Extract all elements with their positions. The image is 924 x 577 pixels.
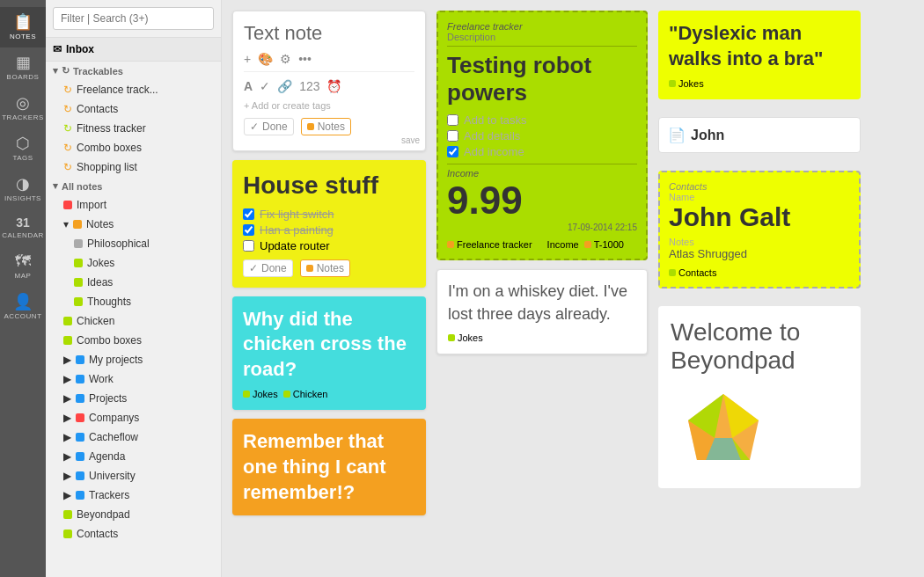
sidebar-item-projects[interactable]: ▶ Projects (46, 389, 221, 408)
task2-checkbox[interactable] (447, 130, 458, 142)
sidebar-item-cacheflow[interactable]: ▶ Cacheflow (46, 427, 221, 447)
collapse-notes-icon: ▾ (63, 218, 69, 230)
projects-label: Projects (89, 392, 127, 405)
dyslexic-tags: Jokes (669, 78, 850, 89)
income-tag-dot (538, 241, 545, 248)
name-field-label: Name (669, 192, 850, 202)
trackable-icon: ↻ (63, 122, 72, 135)
nav-boards[interactable]: ▦ BOARDS (0, 47, 46, 88)
notes-button[interactable]: Notes (301, 118, 351, 135)
notes-column-2: Freelance tracker Description Testing ro… (436, 11, 648, 566)
sidebar-item-jokes[interactable]: Jokes (46, 253, 221, 273)
settings-btn[interactable]: ⚙ (280, 52, 291, 66)
chicken-tags: Jokes Chicken (243, 389, 415, 399)
task-3: Add income (447, 145, 637, 158)
task3-checkbox[interactable] (447, 146, 458, 157)
checklist-text-3: Update router (260, 239, 330, 252)
sidebar-item-thoughts[interactable]: Thoughts (46, 292, 221, 311)
t1000-tag-label: T-1000 (594, 239, 624, 250)
welcome-title: Welcome to Beyondpad (671, 318, 848, 375)
nav-map[interactable]: 🗺 MAP (0, 246, 46, 287)
done-check-icon: ✓ (250, 121, 259, 133)
nav-tags-label: TAGS (12, 154, 33, 162)
companys-arrow: ▶ (63, 412, 71, 424)
nav-notes[interactable]: 📋 NOTES (0, 7, 46, 47)
format-bar: A ✓ 🔗 123 ⏰ (244, 79, 414, 93)
agenda-arrow: ▶ (63, 450, 71, 463)
done-button[interactable]: ✓ Done (244, 118, 294, 135)
checkbox-1[interactable] (243, 208, 254, 220)
sidebar-item-contacts[interactable]: ↻ Contacts (46, 99, 221, 119)
account-icon: 👤 (13, 294, 33, 310)
calendar-icon: 31 (16, 216, 30, 229)
whiskey-card: I'm on a whiskey diet. I've lost three d… (436, 269, 648, 354)
save-button[interactable]: save (401, 135, 420, 145)
t1000-tag-dot (584, 241, 591, 248)
sidebar-item-import[interactable]: Import (46, 195, 221, 215)
sidebar-item-agenda[interactable]: ▶ Agenda (46, 447, 221, 466)
nav-tags[interactable]: ⬡ TAGS (0, 128, 46, 169)
sidebar-item-trackers[interactable]: ▶ Trackers (46, 486, 221, 505)
john-name-card: 📄 John (658, 117, 861, 153)
contact-tag-area: Contacts (669, 267, 850, 278)
sidebar-item-philosophical[interactable]: Philosophical (46, 234, 221, 253)
add-btn[interactable]: + (244, 52, 251, 66)
checkbox-2[interactable] (243, 224, 254, 236)
gem-logo (671, 385, 776, 473)
sidebar-item-companys[interactable]: ▶ Companys (46, 408, 221, 427)
sidebar-item-university[interactable]: ▶ University (46, 466, 221, 486)
nav-account[interactable]: 👤 ACCOUNT (0, 287, 46, 327)
sidebar-search-area (46, 0, 221, 38)
freelance-tag-dot (447, 241, 454, 248)
sidebar-item-chicken[interactable]: Chicken (46, 311, 221, 331)
chicken-bullet (63, 317, 72, 325)
nav-trackers[interactable]: ◎ TRACKERS (0, 88, 46, 128)
format-num-btn[interactable]: 123 (299, 79, 319, 93)
format-time-btn[interactable]: ⏰ (326, 79, 341, 93)
sidebar-item-contacts2[interactable]: Contacts (46, 524, 221, 544)
house-done-label: Done (261, 262, 287, 274)
sidebar-inbox[interactable]: ✉ Inbox (46, 38, 221, 62)
freelance-tracker-card: Freelance tracker Description Testing ro… (436, 11, 648, 260)
search-input[interactable] (53, 7, 214, 30)
format-link-btn[interactable]: 🔗 (277, 79, 292, 93)
sidebar-notes-group[interactable]: ▾ Notes (46, 215, 221, 234)
income-tag: Income (538, 239, 579, 250)
sidebar-item-combo2[interactable]: Combo boxes (46, 331, 221, 350)
insights-icon: ◑ (16, 176, 30, 192)
house-done-btn[interactable]: ✓ Done (243, 259, 293, 277)
task1-label: Add to tasks (464, 113, 527, 127)
university-bullet (76, 471, 84, 480)
sidebar-item-freelance[interactable]: ↻ Freelance track... (46, 80, 221, 99)
tags-icon: ⬡ (16, 135, 30, 151)
companys-label: Companys (89, 412, 139, 424)
sidebar-item-myprojects[interactable]: ▶ My projects (46, 350, 221, 369)
more-btn[interactable]: ••• (298, 52, 312, 66)
sidebar-item-fitness[interactable]: ↻ Fitness tracker (46, 119, 221, 138)
format-text-btn[interactable]: A (244, 79, 253, 93)
tag-area[interactable]: + Add or create tags (244, 100, 414, 111)
contacts-label: Contacts (77, 103, 118, 115)
trackers-sidebar-label: Trackers (89, 489, 129, 501)
allnotes-group[interactable]: ▾ All notes (46, 177, 221, 195)
sidebar-item-work[interactable]: ▶ Work (46, 369, 221, 389)
task1-checkbox[interactable] (447, 114, 458, 126)
task3-label: Add income (464, 145, 524, 158)
thoughts-bullet (74, 297, 83, 306)
sidebar-item-ideas[interactable]: Ideas (46, 273, 221, 292)
color-btn[interactable]: 🎨 (258, 52, 273, 66)
inbox-icon: ✉ (53, 43, 62, 55)
sidebar-item-shopping[interactable]: ↻ Shopping list (46, 157, 221, 177)
sidebar-item-comboboxes[interactable]: ↻ Combo boxes (46, 138, 221, 157)
notes-column-3: "Dyslexic man walks into a bra" Jokes 📄 … (658, 11, 861, 566)
contact-card: Contacts Name John Galt Notes Atlas Shru… (658, 171, 861, 288)
nav-insights[interactable]: ◑ INSIGHTS (0, 169, 46, 209)
checkbox-3[interactable] (243, 240, 254, 252)
format-check-btn[interactable]: ✓ (260, 79, 270, 93)
sidebar-item-beyondpad[interactable]: Beyondpad (46, 505, 221, 524)
trackables-label: Trackables (73, 66, 123, 77)
house-notes-btn[interactable]: Notes (300, 259, 350, 277)
nav-calendar[interactable]: 31 CALENDAR (0, 209, 46, 246)
jokes-label: Jokes (87, 257, 114, 269)
trackables-group[interactable]: ▾ ↻ Trackables (46, 62, 221, 80)
